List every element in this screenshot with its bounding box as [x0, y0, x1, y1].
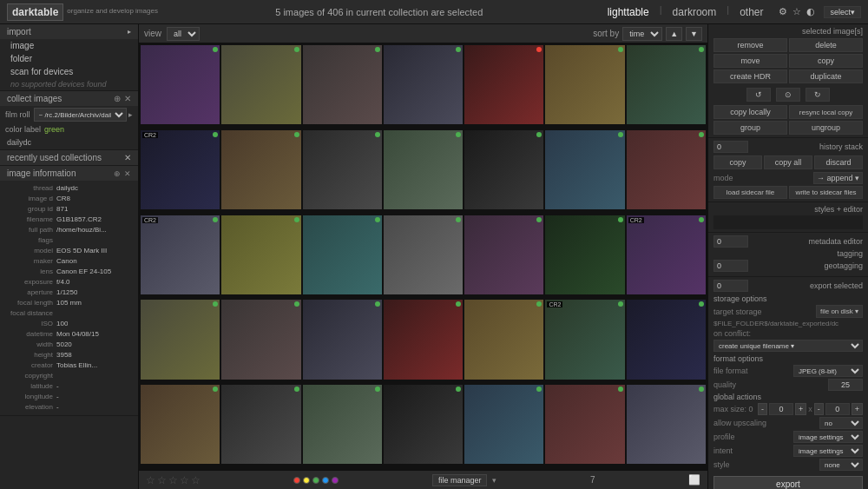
photo-thumb[interactable] [384, 215, 463, 294]
image-info-header[interactable]: image information ⊕ ✕ [0, 166, 138, 181]
film-roll-select[interactable]: ~ /rc.2/Bilder/Archiv/daily/dc [34, 108, 128, 122]
photo-thumb[interactable]: CR2CR2 [627, 215, 706, 294]
size-y-input[interactable] [825, 403, 850, 415]
history-copy-btn[interactable]: copy [713, 155, 762, 169]
create-hdr-btn[interactable]: create HDR [713, 69, 787, 83]
color-green[interactable] [312, 477, 319, 484]
photo-thumb[interactable] [303, 130, 382, 209]
file-manager-btn[interactable]: file manager [432, 474, 488, 486]
import-image[interactable]: image [0, 39, 138, 52]
view-select[interactable]: all [167, 27, 200, 41]
moon-icon[interactable]: ◐ [806, 6, 815, 17]
profile-select[interactable]: image settings [793, 431, 863, 443]
star-3[interactable]: ☆ [168, 474, 178, 486]
star-4[interactable]: ☆ [180, 474, 189, 486]
photo-thumb[interactable] [303, 385, 382, 464]
move-btn[interactable]: move [713, 54, 787, 68]
photo-thumb[interactable] [464, 130, 543, 209]
write-sidecar-btn[interactable]: write to sidecar files [789, 186, 863, 199]
load-sidecar-btn[interactable]: load sidecar file [713, 186, 787, 199]
star-5[interactable]: ☆ [191, 474, 201, 486]
photo-thumb[interactable] [221, 130, 300, 209]
import-header[interactable]: import ▸ [0, 24, 138, 39]
mode-val-btn[interactable]: → append ▾ [813, 172, 863, 184]
export-btn[interactable]: export [713, 476, 863, 489]
photo-thumb[interactable] [384, 300, 463, 379]
photo-thumb[interactable] [221, 385, 300, 464]
rotate-reset-btn[interactable]: ⊙ [776, 88, 800, 102]
target-btn[interactable]: file on disk ▾ [816, 305, 863, 318]
photo-thumb[interactable] [464, 45, 543, 124]
color-blue[interactable] [322, 477, 329, 484]
export-input[interactable] [713, 280, 748, 292]
star-1[interactable]: ☆ [146, 474, 155, 486]
sort-desc-btn[interactable]: ▼ [686, 27, 702, 41]
rotate-ccw-btn[interactable]: ↺ [746, 88, 771, 102]
photo-thumb[interactable] [627, 45, 706, 124]
photo-thumb[interactable] [545, 45, 624, 124]
nav-other[interactable]: other [733, 4, 770, 20]
star-icon[interactable]: ☆ [792, 6, 801, 17]
style-select[interactable]: none [819, 459, 863, 471]
photo-thumb[interactable] [141, 45, 220, 124]
ungroup-btn[interactable]: ungroup [789, 121, 863, 135]
photo-thumb[interactable] [464, 300, 543, 379]
photo-thumb[interactable] [545, 385, 624, 464]
intent-select[interactable]: image settings [793, 445, 863, 457]
upscale-select[interactable]: no [819, 417, 863, 429]
duplicate-btn[interactable]: duplicate [789, 69, 863, 83]
rotate-cw-btn[interactable]: ↻ [806, 88, 830, 102]
photo-thumb[interactable] [384, 130, 463, 209]
photo-thumb[interactable] [545, 215, 624, 294]
metadata-input1[interactable] [713, 235, 748, 248]
import-folder[interactable]: folder [0, 52, 138, 65]
import-scan[interactable]: scan for devices [0, 65, 138, 78]
group-btn[interactable]: group [713, 121, 787, 135]
nav-lighttable[interactable]: lighttable [601, 4, 656, 20]
copy-btn[interactable]: copy [789, 54, 863, 68]
color-yellow[interactable] [303, 477, 310, 484]
select-button[interactable]: select▾ [824, 6, 861, 18]
photo-thumb[interactable] [384, 385, 463, 464]
size-x-minus[interactable]: - [758, 403, 767, 415]
photo-thumb[interactable] [303, 300, 382, 379]
color-red[interactable] [293, 477, 300, 484]
conflict-select[interactable]: create unique filename ▾ [713, 340, 863, 352]
photo-thumb[interactable] [303, 215, 382, 294]
photo-thumb[interactable]: CR2CR2 [545, 300, 624, 379]
size-x-input[interactable] [769, 403, 793, 415]
photo-thumb[interactable]: CR2CR2 [141, 130, 220, 209]
history-input[interactable] [713, 141, 748, 153]
photo-thumb[interactable] [141, 300, 220, 379]
photo-thumb[interactable] [221, 300, 300, 379]
photo-thumb[interactable] [221, 45, 300, 124]
resync-btn[interactable]: resync local copy [789, 105, 863, 119]
quality-input[interactable] [828, 379, 863, 391]
size-x-plus[interactable]: + [795, 403, 806, 415]
photo-thumb[interactable] [464, 215, 543, 294]
delete-btn[interactable]: delete [789, 38, 863, 52]
size-y-minus[interactable]: - [814, 403, 824, 415]
photo-thumb[interactable] [221, 215, 300, 294]
history-discard-btn[interactable]: discard [814, 155, 863, 169]
format-select[interactable]: JPEG (8-bit) [793, 365, 863, 377]
sort-select[interactable]: time [622, 27, 662, 41]
nav-darkroom[interactable]: darkroom [666, 4, 724, 20]
collect-header[interactable]: collect images ⊕ ✕ [0, 91, 138, 106]
color-circles[interactable] [293, 477, 339, 484]
photo-thumb[interactable] [303, 45, 382, 124]
history-copy-all-btn[interactable]: copy all [764, 155, 812, 169]
photo-thumb[interactable] [627, 385, 706, 464]
photo-thumb[interactable] [627, 300, 706, 379]
metadata-input2[interactable] [713, 260, 748, 272]
photo-thumb[interactable] [627, 130, 706, 209]
copy-locally-btn[interactable]: copy locally [713, 105, 787, 119]
photo-thumb[interactable] [545, 130, 624, 209]
color-purple[interactable] [332, 477, 339, 484]
photo-thumb[interactable] [384, 45, 463, 124]
photo-thumb[interactable] [464, 385, 543, 464]
star-2[interactable]: ☆ [157, 474, 167, 486]
size-y-plus[interactable]: + [852, 403, 863, 415]
star-rating[interactable]: ☆ ☆ ☆ ☆ ☆ [146, 474, 201, 486]
sort-asc-btn[interactable]: ▲ [666, 27, 682, 41]
